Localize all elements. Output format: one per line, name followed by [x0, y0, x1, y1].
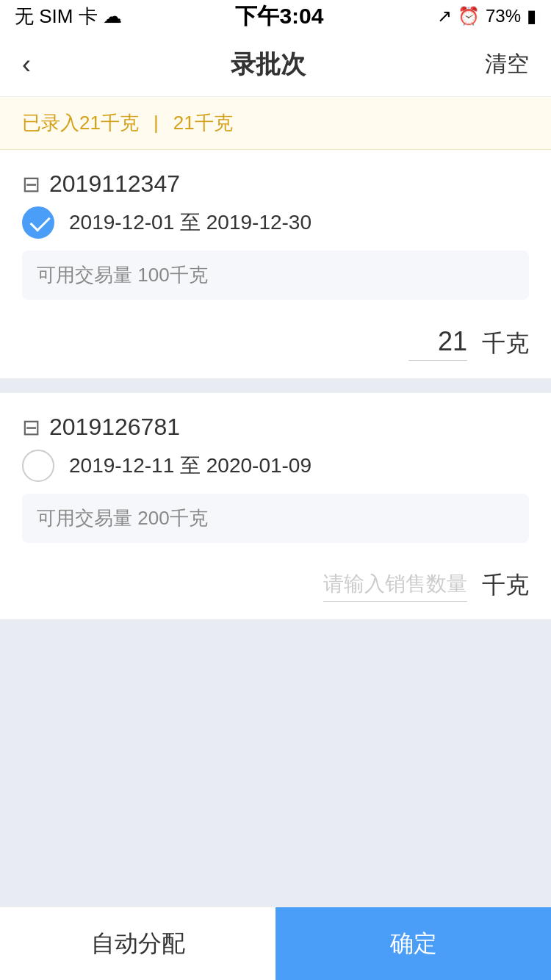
batch-1-unit: 千克	[482, 328, 529, 360]
bottom-bar: 自动分配 确定	[0, 907, 551, 980]
batch-2-amount-input[interactable]: 请输入销售数量	[323, 570, 467, 602]
batch-2-available: 可用交易量 200千克	[22, 494, 529, 543]
batch-1-amount-value: 21	[438, 326, 467, 356]
batch-1-header: ⊟ 2019112347	[0, 150, 551, 206]
battery-text: 73%	[486, 6, 521, 26]
batch-2-header: ⊟ 2019126781	[0, 393, 551, 450]
batch-1-row[interactable]: 2019-12-01 至 2019-12-30	[0, 206, 551, 251]
batch-2-date: 2019-12-11 至 2020-01-09	[69, 452, 311, 480]
nav-bar: ‹ 录批次 清空	[0, 32, 551, 97]
recorded-text: 已录入21千克	[22, 110, 139, 136]
clear-button[interactable]: 清空	[470, 49, 529, 79]
batch-2-number: 2019126781	[49, 414, 180, 441]
batch-1-icon: ⊟	[22, 171, 40, 197]
empty-area	[0, 634, 551, 943]
batch-2-amount-row: 请输入销售数量 千克	[0, 555, 551, 619]
location-icon: ↗	[437, 6, 452, 26]
status-time: 下午3:04	[235, 1, 323, 32]
batch-2-row[interactable]: 2019-12-11 至 2020-01-09	[0, 450, 551, 494]
battery-icon: ▮	[527, 6, 536, 26]
batch-2-icon: ⊟	[22, 414, 40, 440]
summary-bar: 已录入21千克 | 21千克	[0, 97, 551, 150]
batch-item-2: ⊟ 2019126781 2019-12-11 至 2020-01-09 可用交…	[0, 393, 551, 619]
batch-1-number: 2019112347	[49, 170, 180, 198]
status-left: 无 SIM 卡 ☁	[15, 4, 122, 29]
status-bar: 无 SIM 卡 ☁ 下午3:04 ↗ ⏰ 73% ▮	[0, 0, 551, 32]
separator-1	[0, 378, 551, 393]
summary-divider: |	[154, 112, 159, 134]
batch-1-radio[interactable]	[22, 206, 54, 239]
auto-distribute-button[interactable]: 自动分配	[0, 907, 276, 980]
summary-amount: 21千克	[173, 110, 233, 136]
batch-1-available: 可用交易量 100千克	[22, 251, 529, 300]
alarm-icon: ⏰	[458, 6, 480, 26]
batch-2-radio[interactable]	[22, 450, 54, 482]
batch-2-unit: 千克	[482, 569, 529, 602]
status-right: ↗ ⏰ 73% ▮	[437, 6, 536, 26]
separator-2	[0, 619, 551, 634]
batch-item-1: ⊟ 2019112347 2019-12-01 至 2019-12-30 可用交…	[0, 150, 551, 378]
batch-2-placeholder: 请输入销售数量	[323, 572, 467, 595]
batch-1-amount-row: 21 千克	[0, 311, 551, 378]
page-title: 录批次	[66, 48, 470, 82]
batch-1-amount-input[interactable]: 21	[408, 326, 467, 361]
batch-1-date: 2019-12-01 至 2019-12-30	[69, 209, 311, 237]
no-sim-text: 无 SIM 卡 ☁	[15, 4, 122, 29]
confirm-button[interactable]: 确定	[276, 907, 551, 980]
back-button[interactable]: ‹	[22, 49, 66, 80]
